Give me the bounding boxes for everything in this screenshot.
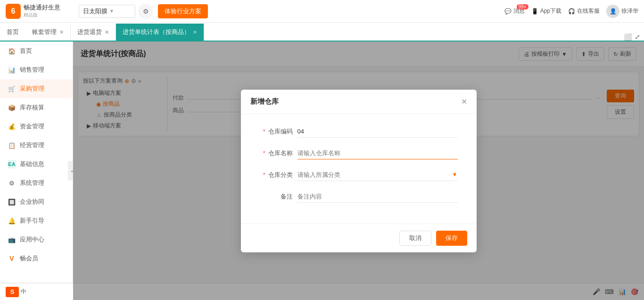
sidebar-item-sales[interactable]: 📊 销售管理 xyxy=(0,60,73,79)
category-label: * 仓库分类 xyxy=(260,171,297,179)
tab-purchase-return-close-icon[interactable]: ✕ xyxy=(105,29,109,35)
content-area: 进货单统计(按商品) 🖨 按模板打印 ▼ ⬆ 导出 ↻ 刷新 xyxy=(73,42,644,300)
sidebar-item-operations[interactable]: 📋 经营管理 xyxy=(0,136,73,155)
tab-home[interactable]: 首页 xyxy=(0,24,25,41)
required-category-icon: * xyxy=(263,171,265,178)
tab-purchase-return[interactable]: 进货退货 ✕ xyxy=(71,24,116,41)
message-icon: 💬 xyxy=(504,8,512,15)
category-select-wrapper: ▼ xyxy=(297,169,458,181)
tab-accounts[interactable]: 账套管理 ✕ xyxy=(25,24,71,41)
notes-input[interactable] xyxy=(297,191,458,203)
headset-icon: 🎧 xyxy=(568,8,575,15)
tab-purchase-stats-close-icon[interactable]: ✕ xyxy=(193,29,197,35)
dialog-close-button[interactable]: ✕ xyxy=(461,97,467,106)
sidebar-toggle-button[interactable]: ◀ xyxy=(68,161,73,180)
name-label: * 仓库名称 xyxy=(260,149,297,158)
gear-button[interactable]: ⚙ xyxy=(138,4,153,19)
bottom-s-icon: S xyxy=(6,287,19,297)
apps-icon: 📺 xyxy=(8,235,16,244)
sidebar-item-purchase[interactable]: 🛒 采购管理 xyxy=(0,79,73,98)
sidebar-operations-label: 经营管理 xyxy=(20,141,44,150)
online-service-item[interactable]: 🎧 在线客服 xyxy=(568,7,600,15)
form-row-notes: 备注 xyxy=(260,191,458,203)
member-icon: V xyxy=(8,254,16,263)
sales-icon: 📊 xyxy=(8,66,16,74)
sidebar-inventory-label: 库存核算 xyxy=(20,103,44,112)
form-row-name: * 仓库名称 xyxy=(260,147,458,159)
dialog-header: 新增仓库 ✕ xyxy=(241,90,477,114)
sidebar: 🏠 首页 📊 销售管理 🛒 采购管理 📦 库存核算 💰 资金管理 📋 经营管理 … xyxy=(0,42,73,300)
save-button[interactable]: 保存 xyxy=(436,231,467,246)
store-arrow-icon: ▼ xyxy=(109,8,114,14)
tab-minimize-icon[interactable]: ⬜ xyxy=(624,33,632,41)
app-download-item[interactable]: 📱 App下载 xyxy=(531,7,561,15)
basics-icon: EA xyxy=(8,160,16,168)
home-tab-label: 首页 xyxy=(7,28,19,36)
tab-expand-icon[interactable]: ⤢ xyxy=(635,33,640,41)
phone-icon: 📱 xyxy=(531,8,538,15)
sidebar-item-finance[interactable]: 💰 资金管理 xyxy=(0,117,73,136)
enterprise-icon: 🔲 xyxy=(8,198,16,206)
trial-button[interactable]: 体验行业方案 xyxy=(158,4,208,18)
dialog-body: * 仓库编码 * 仓库名称 xyxy=(241,114,477,224)
avatar: 👤 xyxy=(606,5,619,18)
tab-controls: ⬜ ⤢ xyxy=(620,33,644,41)
store-selector[interactable]: 日太阳膜 ▼ xyxy=(79,5,135,18)
username-label: 徐泽华 xyxy=(621,7,638,15)
inventory-icon: 📦 xyxy=(8,103,16,112)
sidebar-item-member[interactable]: V 畅会员 xyxy=(0,249,73,268)
sidebar-purchase-label: 采购管理 xyxy=(20,84,44,93)
tab-purchase-return-label: 进货退货 xyxy=(77,28,102,36)
code-input[interactable] xyxy=(297,125,458,138)
form-row-category: * 仓库分类 ▼ xyxy=(260,169,458,181)
required-name-icon: * xyxy=(263,150,265,157)
logo-area: 6 畅捷通好生意 精品版 xyxy=(6,4,79,19)
name-input[interactable] xyxy=(297,147,458,159)
content-inner: 进货单统计(按商品) 🖨 按模板打印 ▼ ⬆ 导出 ↻ 刷新 xyxy=(73,42,644,300)
sidebar-member-label: 畅会员 xyxy=(20,254,38,263)
sidebar-home-label: 首页 xyxy=(20,47,32,55)
category-arrow-icon: ▼ xyxy=(452,171,458,178)
sidebar-basics-label: 基础信息 xyxy=(20,160,44,168)
sidebar-finance-label: 资金管理 xyxy=(20,122,44,131)
tab-bar: 首页 账套管理 ✕ 进货退货 ✕ 进货单统计表（按商品） ✕ ⬜ ⤢ xyxy=(0,23,644,42)
logo-text: 畅捷通好生意 xyxy=(24,4,60,12)
dialog-add-warehouse: 新增仓库 ✕ * 仓库编码 xyxy=(241,90,477,252)
modal-overlay[interactable]: 新增仓库 ✕ * 仓库编码 xyxy=(73,42,644,300)
sidebar-system-label: 系统管理 xyxy=(20,179,44,187)
sidebar-guide-label: 新手引导 xyxy=(20,217,44,225)
required-code-icon: * xyxy=(263,128,265,135)
messages-item[interactable]: 💬 消息 99+ xyxy=(504,7,525,15)
tab-accounts-label: 账套管理 xyxy=(32,28,57,36)
top-header: 6 畅捷通好生意 精品版 日太阳膜 ▼ ⚙ 体验行业方案 💬 消息 99+ 📱 … xyxy=(0,0,644,23)
operations-icon: 📋 xyxy=(8,141,16,150)
main-layout: 🏠 首页 📊 销售管理 🛒 采购管理 📦 库存核算 💰 资金管理 📋 经营管理 … xyxy=(0,42,644,300)
sidebar-sales-label: 销售管理 xyxy=(20,66,44,74)
sidebar-item-inventory[interactable]: 📦 库存核算 xyxy=(0,98,73,117)
tab-purchase-stats[interactable]: 进货单统计表（按商品） ✕ xyxy=(116,24,204,41)
sidebar-item-enterprise[interactable]: 🔲 企业协同 xyxy=(0,192,73,211)
logo-sub: 精品版 xyxy=(24,12,60,18)
category-input[interactable] xyxy=(297,169,452,181)
guide-icon: 🔔 xyxy=(8,217,16,225)
app-download-label: App下载 xyxy=(540,7,561,15)
sidebar-item-apps[interactable]: 📺 应用中心 xyxy=(0,230,73,249)
tab-purchase-stats-label: 进货单统计表（按商品） xyxy=(123,28,190,36)
sidebar-item-system[interactable]: ⚙ 系统管理 xyxy=(0,174,73,192)
cancel-button[interactable]: 取消 xyxy=(399,231,431,246)
messages-badge: 99+ xyxy=(517,4,528,9)
sidebar-apps-label: 应用中心 xyxy=(20,235,44,244)
logo-icon: 6 xyxy=(6,4,21,19)
sidebar-item-guide[interactable]: 🔔 新手引导 xyxy=(0,211,73,230)
form-row-code: * 仓库编码 xyxy=(260,125,458,138)
sidebar-item-basics[interactable]: EA 基础信息 xyxy=(0,155,73,174)
code-label: * 仓库编码 xyxy=(260,127,297,136)
user-item[interactable]: 👤 徐泽华 xyxy=(606,5,638,18)
sidebar-enterprise-label: 企业协同 xyxy=(20,198,44,206)
sidebar-item-home[interactable]: 🏠 首页 xyxy=(0,42,73,60)
tab-accounts-close-icon[interactable]: ✕ xyxy=(59,29,64,35)
bottom-logo: S 中 xyxy=(6,287,26,297)
notes-label: 备注 xyxy=(260,192,297,201)
header-right: 💬 消息 99+ 📱 App下载 🎧 在线客服 👤 徐泽华 xyxy=(504,5,638,18)
system-icon: ⚙ xyxy=(8,179,16,187)
